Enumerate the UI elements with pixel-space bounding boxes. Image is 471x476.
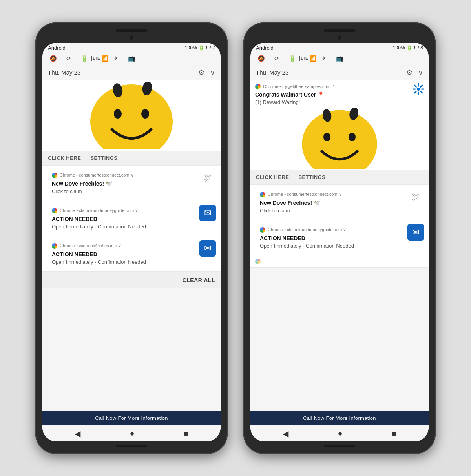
caret-walmart: ^ [333,84,335,89]
settings-icon-right[interactable]: ⚙ [406,68,413,77]
settings-icon-left[interactable]: ⚙ [198,68,204,77]
action-notification-2-left[interactable]: Chrome • win.click4riches.info ∨ ACTION … [42,236,221,272]
back-button-left[interactable]: ◀ [75,429,80,438]
phone-right: Android 100% 🔋 6:58 🔕 ⟳ 🔋 LTE📶 ✈ 📺 Thu, … [243,22,436,454]
battery-left: 100% [185,45,197,51]
home-button-right[interactable]: ● [338,429,342,438]
time-right: 6:58 [414,45,423,51]
dove-title-left: New Dove Freebies! 🕊️ [47,180,196,188]
bottom-speaker-left [116,445,147,447]
nav-bar-right: ◀ ● ■ [250,425,429,441]
date-controls-left: ⚙ ∨ [198,68,215,77]
walmart-header-right: Chrome • try.getitfree-samples.com ^ [250,80,411,91]
walmart-site-right: Chrome • try.getitfree-samples.com [263,84,330,89]
action-site-1-left: Chrome • claim.foundmoneyguide.com ∨ [60,208,138,213]
airplane-icon-right: ✈ [319,54,328,63]
call-now-bar-right[interactable]: Call Now For More Information [250,411,429,425]
smiley-image-left [42,80,221,151]
chrome-icon-dove-left [52,173,57,178]
mute-icon: 🔕 [49,54,57,63]
call-now-text-left: Call Now For More Information [95,415,168,421]
action-content-right: Chrome • claim.foundmoneyguide.com ∨ ACT… [255,224,404,251]
action-subtitle-1-left: Open Immediately - Confirmation Needed [47,224,196,232]
walmart-subtitle-right: (1) Reward Waiting! [250,99,411,108]
camera [130,36,133,40]
settings-button-right[interactable]: SETTINGS [298,174,325,180]
dove-notification-left[interactable]: Chrome • consumertestconnect.com ∨ New D… [42,166,221,201]
lte-icon-right: LTE📶 [304,54,312,63]
call-now-text-right: Call Now For More Information [303,415,376,421]
airplane-icon: ✈ [111,54,120,63]
dove-notification-right[interactable]: Chrome • consumertestconnect.com ∨ New D… [250,185,429,220]
cast-icon: 📺 [127,54,136,63]
chrome-icon-action-right [260,227,265,233]
date-bar-left: Thu, May 23 ⚙ ∨ [42,65,221,80]
cast-icon-right: 📺 [335,54,344,63]
action-title-1-left: ACTION NEEDED [47,215,196,224]
action-notification-1-left[interactable]: Chrome • claim.foundmoneyguide.com ∨ ACT… [42,201,221,236]
date-left: Thu, May 23 [48,69,80,76]
click-here-button-right[interactable]: CLICK HERE [256,174,289,180]
click-here-button-left[interactable]: CLICK HERE [48,155,81,161]
action-subtitle-2-left: Open Immediately - Confirmation Needed [47,259,196,267]
action-buttons-right: CLICK HERE SETTINGS [250,170,429,184]
chevron-down-icon-right[interactable]: ∨ [418,68,423,77]
svg-point-4 [114,109,122,119]
status-right-left: 100% 🔋 6:57 [185,45,215,51]
action-site-right: Chrome • claim.foundmoneyguide.com ∨ [268,227,346,232]
action-content-2-left: Chrome • win.click4riches.info ∨ ACTION … [47,240,196,267]
chrome-icon-action2-left [52,243,57,249]
mail-icon-1-left: ✉ [199,205,216,221]
mail-icon-right: ✉ [407,224,424,241]
battery-saver-icon-right: 🔋 [288,54,297,63]
chevron-down-icon-left[interactable]: ∨ [210,68,215,77]
chrome-icon-action1-left [52,208,57,213]
top-speaker [116,29,147,32]
status-bar-right: Android 100% 🔋 6:58 [250,43,429,53]
date-right: Thu, May 23 [256,69,288,76]
smiley-image-right [250,108,429,170]
call-now-bar-left[interactable]: Call Now For More Information [42,411,221,425]
dove-icon-right-left: 🕊 [199,170,216,186]
dove-title-right: New Dove Freebies! 🕊️ [255,199,404,208]
mail-icon-2-left: ✉ [199,240,216,257]
date-bar-right: Thu, May 23 ⚙ ∨ [250,65,429,80]
system-icons-right: 🔕 ⟳ 🔋 LTE📶 ✈ 📺 [250,53,429,65]
dove-icon-right-right: 🕊 [407,189,424,205]
notification-panel-right: Chrome • try.getitfree-samples.com ^ Con… [250,80,429,411]
notification-panel-left: CLICK HERE SETTINGS Chrome • consumertes… [42,80,221,411]
svg-point-5 [141,109,149,119]
back-button-right[interactable]: ◀ [283,429,288,438]
walmart-notification-right[interactable]: Chrome • try.getitfree-samples.com ^ Con… [250,80,429,185]
home-button-left[interactable]: ● [130,429,134,438]
action-content-1-left: Chrome • claim.foundmoneyguide.com ∨ ACT… [47,205,196,232]
walmart-title-right: Congrats Walmart User 📍 [250,91,411,99]
battery-icon-right: 🔋 [407,45,413,51]
svg-point-15 [417,88,420,91]
dove-content-right: Chrome • consumertestconnect.com ∨ New D… [255,189,404,216]
phone-screen-left: Android 100% 🔋 6:57 🔕 ⟳ 🔋 LTE📶 ✈ 📺 Thu, … [42,43,221,441]
clear-all-button-left[interactable]: CLEAR ALL [183,277,215,283]
action-header-2-left: Chrome • win.click4riches.info ∨ [47,240,196,250]
status-bar-left: Android 100% 🔋 6:57 [42,43,221,53]
phone-screen-right: Android 100% 🔋 6:58 🔕 ⟳ 🔋 LTE📶 ✈ 📺 Thu, … [250,43,429,441]
recent-button-left[interactable]: ■ [183,429,188,438]
battery-right: 100% [393,45,405,51]
action-notification-right[interactable]: Chrome • claim.foundmoneyguide.com ∨ ACT… [250,220,429,255]
dove-header-left: Chrome • consumertestconnect.com ∨ [47,170,196,180]
settings-button-left[interactable]: SETTINGS [90,155,117,161]
battery-icon-left: 🔋 [199,45,204,51]
walmart-logo-right [411,80,429,98]
dove-header-right: Chrome • consumertestconnect.com ∨ [255,189,404,199]
bottom-speaker-right [324,445,355,447]
recent-button-right[interactable]: ■ [391,429,396,438]
rotate-icon: ⟳ [64,54,73,63]
time-left: 6:57 [206,45,215,51]
mute-icon-right: 🔕 [257,54,265,63]
svg-point-21 [349,133,356,141]
partial-notification-right [250,255,429,268]
action-site-2-left: Chrome • win.click4riches.info ∨ [60,243,121,248]
system-icons-left: 🔕 ⟳ 🔋 LTE📶 ✈ 📺 [42,53,221,65]
partial-chrome-icon-right [255,259,261,264]
camera-right [338,36,341,40]
